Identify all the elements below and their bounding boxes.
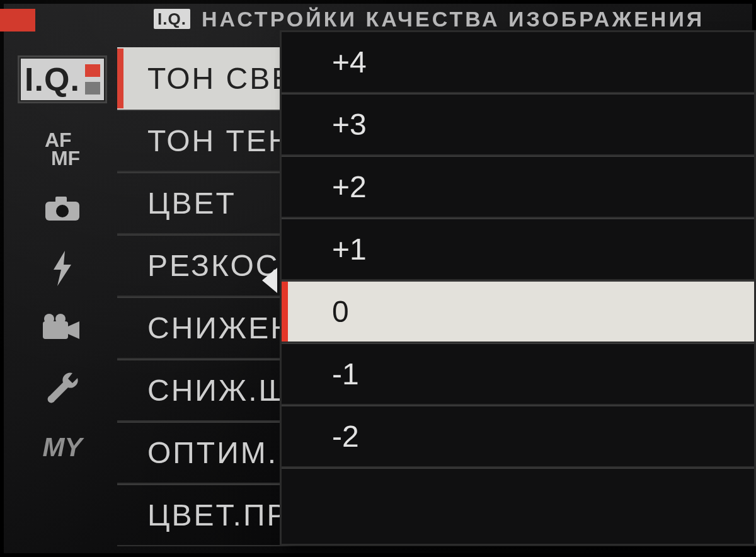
picker-spacer (282, 468, 754, 541)
flash-icon (50, 251, 75, 286)
sidebar-tab-shooting[interactable] (44, 195, 81, 223)
sidebar-tab-flash[interactable] (50, 251, 75, 286)
menu-item-label: РЕЗКОС (147, 248, 279, 283)
picker-option[interactable]: -2 (282, 405, 754, 468)
svg-point-4 (56, 205, 69, 217)
sidebar: I.Q. AF MF (16, 50, 108, 557)
sidebar-my-label: MY (43, 432, 83, 462)
sidebar-iq-squares-icon (85, 64, 100, 95)
sidebar-tab-setup[interactable] (45, 369, 80, 405)
wrench-icon (45, 369, 80, 405)
menu-item-label: ТОН ТЕН (147, 123, 292, 158)
picker-option-label: +1 (332, 232, 367, 267)
menu-item-label: ОПТИМ. (147, 435, 278, 470)
iq-badge-icon: I.Q. (154, 9, 190, 29)
picker-option-label: 0 (332, 294, 349, 329)
picker-option-label: +3 (332, 107, 367, 142)
svg-marker-7 (68, 321, 79, 339)
svg-point-9 (55, 314, 66, 324)
header-title: НАСТРОЙКИ КАЧЕСТВА ИЗОБРАЖЕНИЯ (202, 7, 704, 32)
menu-item-label: ЦВЕТ (147, 186, 236, 221)
picker-option-label: -2 (332, 419, 359, 454)
picker-option-selected[interactable]: 0 (282, 280, 754, 343)
sidebar-tab-movie[interactable] (43, 314, 82, 342)
camera-icon (44, 195, 81, 223)
menu-item-label: СНИЖЕН (147, 311, 294, 345)
svg-rect-6 (43, 321, 68, 339)
picker-option-label: +2 (332, 169, 367, 204)
sidebar-afmf-line2: MF (51, 149, 80, 168)
svg-marker-5 (54, 251, 71, 286)
picker-option[interactable]: +3 (282, 93, 754, 156)
menu-item-label: ТОН СВЕ (147, 61, 294, 96)
camera-menu-screen: I.Q. НАСТРОЙКИ КАЧЕСТВА ИЗОБРАЖЕНИЯ I.Q.… (0, 0, 756, 557)
svg-rect-1 (85, 82, 100, 95)
sidebar-tab-my[interactable]: MY (43, 432, 83, 462)
menu-item-label: СНИЖ.Ш (147, 373, 288, 408)
movie-camera-icon (43, 314, 82, 342)
picker-option-label: +4 (332, 45, 367, 79)
sidebar-tab-afmf[interactable]: AF MF (45, 131, 80, 168)
picker-option[interactable]: +1 (282, 218, 754, 280)
picker-option[interactable]: -1 (282, 343, 754, 405)
svg-rect-3 (55, 197, 67, 203)
svg-point-8 (44, 314, 54, 324)
picker-option[interactable]: +4 (282, 32, 754, 93)
menu-item-label: ЦВЕТ.ПР (147, 498, 289, 532)
svg-rect-0 (85, 64, 100, 77)
picker-option-label: -1 (332, 357, 359, 391)
value-picker[interactable]: +4 +3 +2 +1 0 -1 -2 (280, 30, 756, 546)
picker-option[interactable]: +2 (282, 156, 754, 218)
left-arrow-icon (262, 268, 277, 293)
header-accent-bar (0, 9, 35, 32)
sidebar-tab-iq-label: I.Q. (25, 60, 80, 98)
sidebar-tab-iq[interactable]: I.Q. (18, 55, 107, 103)
